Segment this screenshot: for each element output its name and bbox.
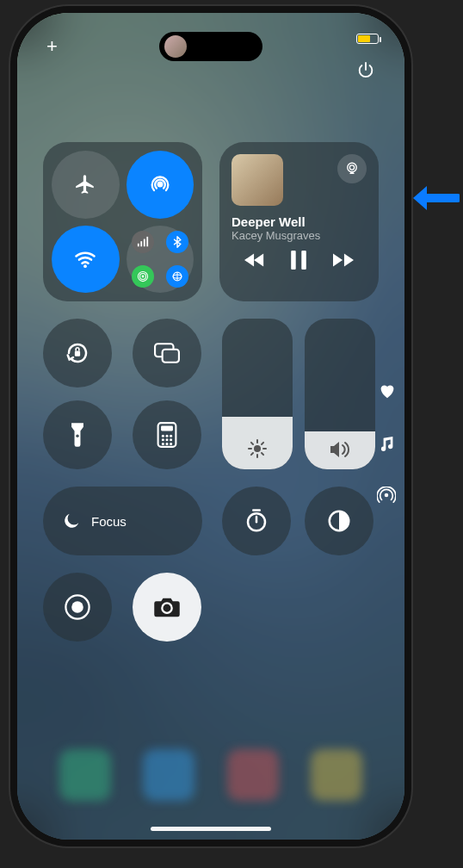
wifi-toggle[interactable] [52,226,120,294]
camera-button[interactable] [133,573,201,642]
home-indicator[interactable] [151,827,271,831]
svg-rect-5 [146,236,148,245]
svg-point-22 [162,435,164,437]
svg-point-45 [71,601,83,613]
track-title: Deeper Well [232,214,367,229]
screen-record-button[interactable] [43,573,112,642]
island-now-playing-avatar [164,35,187,58]
svg-line-37 [262,453,263,455]
volume-icon [329,440,351,459]
dynamic-island[interactable] [159,32,262,61]
svg-point-27 [170,438,172,441]
dark-mode-toggle[interactable] [305,487,373,555]
svg-point-30 [170,443,172,445]
battery-indicator [356,34,379,44]
airplay-audio-button[interactable] [337,154,367,183]
edge-favorite-icon[interactable] [379,383,396,399]
previous-track-button[interactable] [244,251,265,269]
svg-point-31 [254,445,261,452]
svg-rect-3 [140,241,142,246]
svg-rect-18 [163,350,179,363]
orientation-lock-toggle[interactable] [43,319,112,388]
svg-line-38 [251,453,253,455]
connectivity-more-cluster[interactable] [127,226,194,294]
svg-point-25 [162,438,164,441]
svg-rect-2 [137,243,139,246]
next-track-button[interactable] [333,251,354,269]
bluetooth-icon [166,231,188,253]
cellular-icon [132,231,154,253]
airdrop-toggle[interactable] [127,151,194,219]
svg-point-1 [83,264,87,268]
svg-point-0 [157,182,163,188]
brightness-icon [247,438,268,459]
album-art [232,154,283,206]
svg-point-12 [348,163,357,172]
control-center: Deeper Well Kacey Musgraves [43,142,379,788]
play-pause-button[interactable] [290,251,307,270]
add-control-button[interactable]: + [46,35,58,58]
calculator-button[interactable] [133,400,201,469]
svg-point-28 [162,443,164,445]
svg-point-47 [385,493,389,498]
svg-line-36 [251,443,253,444]
screen-mirroring-button[interactable] [133,319,201,388]
volume-slider[interactable] [305,319,375,469]
svg-rect-14 [292,251,297,270]
edge-broadcast-icon[interactable] [377,487,396,504]
status-right-cluster [356,34,379,44]
dock-blur [43,736,379,814]
svg-point-13 [349,165,354,170]
svg-rect-16 [75,351,80,356]
now-playing-panel[interactable]: Deeper Well Kacey Musgraves [219,142,379,301]
svg-line-39 [262,443,263,444]
focus-button[interactable]: Focus [43,487,202,555]
svg-point-26 [166,438,169,441]
svg-rect-15 [302,251,307,270]
svg-rect-4 [143,239,145,246]
svg-point-19 [76,434,78,437]
svg-point-29 [166,443,169,445]
track-artist: Kacey Musgraves [232,229,367,242]
hotspot-icon [132,265,154,288]
svg-point-23 [166,435,169,437]
edge-music-icon[interactable] [380,435,396,452]
satellite-icon [166,265,188,288]
focus-label: Focus [91,514,127,529]
timer-button[interactable] [222,487,291,555]
svg-point-24 [170,435,172,437]
connectivity-panel[interactable] [43,142,202,301]
svg-point-6 [141,276,144,278]
svg-rect-21 [161,426,173,431]
flashlight-button[interactable] [43,400,112,469]
power-button[interactable] [356,61,375,80]
brightness-slider[interactable] [222,319,293,469]
iphone-frame: + [17,13,404,840]
airplane-mode-toggle[interactable] [52,151,120,219]
focus-moon-icon [62,512,81,530]
annotation-arrow [411,181,460,215]
